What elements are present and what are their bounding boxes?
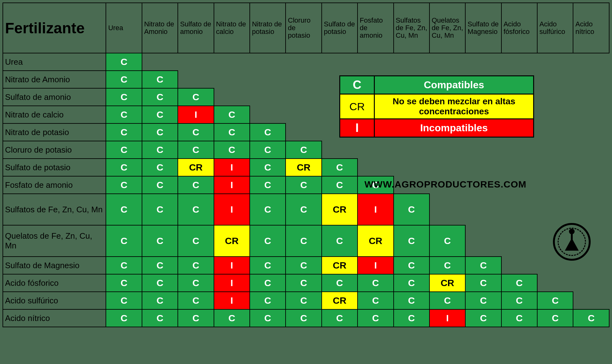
cell-6-1: C: [142, 159, 178, 176]
cell-13-8: C: [394, 309, 429, 327]
cell-blank: [537, 88, 573, 106]
cell-13-13: C: [573, 309, 609, 327]
col-head-0: Urea: [106, 3, 142, 53]
cell-12-8: C: [394, 292, 429, 309]
cell-9-7: CR: [358, 225, 393, 257]
row-head-0: Urea: [3, 53, 106, 71]
cell-blank: [429, 159, 465, 176]
cell-blank: [573, 106, 609, 123]
cell-3-0: C: [106, 106, 142, 123]
cell-13-9: I: [429, 309, 465, 327]
cell-blank: [537, 159, 573, 176]
cell-blank: [142, 53, 178, 71]
cell-blank: [178, 53, 214, 71]
cell-11-11: C: [501, 274, 537, 292]
cell-2-2: C: [178, 88, 214, 106]
cell-11-9: CR: [429, 274, 465, 292]
col-head-2: Sulfato de amonio: [178, 3, 214, 53]
cell-13-2: C: [178, 309, 214, 327]
cell-blank: [537, 194, 573, 225]
legend-code-i: I: [340, 119, 374, 137]
legend-text-cr: No se deben mezclar en altas concentraci…: [374, 94, 534, 119]
cell-5-1: C: [142, 141, 178, 159]
cell-12-1: C: [142, 292, 178, 309]
cell-13-12: C: [537, 309, 573, 327]
col-head-5: Cloruro de potasio: [286, 3, 321, 53]
table-row: Sulfato de potasioCCCRICCRC: [3, 159, 609, 176]
cell-blank: [501, 257, 537, 274]
cell-13-6: C: [322, 309, 358, 327]
cell-blank: [250, 53, 286, 71]
cell-blank: [537, 274, 573, 292]
cell-9-2: C: [178, 225, 214, 257]
cell-4-2: C: [178, 123, 214, 141]
cell-9-4: C: [250, 225, 286, 257]
cell-12-5: C: [286, 292, 321, 309]
cell-blank: [394, 53, 429, 71]
cell-10-3: I: [214, 257, 250, 274]
logo-icon: [553, 223, 591, 261]
cell-blank: [394, 159, 429, 176]
table-title: Fertilizante: [3, 3, 106, 53]
cell-blank: [286, 123, 321, 141]
col-head-6: Sulfato de potasio: [322, 3, 358, 53]
cell-5-4: C: [250, 141, 286, 159]
cell-4-4: C: [250, 123, 286, 141]
cell-6-6: C: [322, 159, 358, 176]
cell-3-2: I: [178, 106, 214, 123]
cell-blank: [573, 274, 609, 292]
cell-11-5: C: [286, 274, 321, 292]
cell-13-3: C: [214, 309, 250, 327]
row-head-13: Acido nítrico: [3, 309, 106, 327]
table-row: Cloruro de potasioCCCCCC: [3, 141, 609, 159]
cell-9-6: C: [322, 225, 358, 257]
cell-10-1: C: [142, 257, 178, 274]
table-row: Sulfato de MagnesioCCCICCCRICCC: [3, 257, 609, 274]
cell-6-3: I: [214, 159, 250, 176]
cell-11-7: C: [358, 274, 393, 292]
legend-code-c: C: [340, 76, 374, 94]
cell-blank: [286, 53, 321, 71]
cell-11-10: C: [465, 274, 501, 292]
cell-blank: [394, 141, 429, 159]
cell-blank: [573, 159, 609, 176]
cell-blank: [501, 141, 537, 159]
cell-7-0: C: [106, 176, 142, 194]
row-head-11: Acido fósforico: [3, 274, 106, 292]
cell-5-5: C: [286, 141, 321, 159]
legend-code-cr: CR: [340, 94, 374, 119]
cell-7-2: C: [178, 176, 214, 194]
cell-6-2: CR: [178, 159, 214, 176]
cell-blank: [429, 194, 465, 225]
col-head-12: Acido sulfúrico: [537, 3, 573, 53]
cell-blank: [537, 141, 573, 159]
cell-3-1: C: [142, 106, 178, 123]
legend-box: C Compatibles CR No se deben mezclar en …: [339, 75, 534, 138]
cell-6-0: C: [106, 159, 142, 176]
cell-10-2: C: [178, 257, 214, 274]
row-head-9: Quelatos de Fe, Zn, Cu, Mn: [3, 225, 106, 257]
cell-blank: [573, 176, 609, 194]
compatibility-table: Fertilizante UreaNitrato de AmonioSulfat…: [3, 3, 609, 327]
row-head-1: Nitrato de Amonio: [3, 71, 106, 88]
cell-9-9: C: [429, 225, 465, 257]
cell-11-4: C: [250, 274, 286, 292]
legend-text-c: Compatibles: [374, 76, 534, 94]
cell-12-12: C: [537, 292, 573, 309]
col-head-8: Sulfatos de Fe, Zn, Cu, Mn: [394, 3, 429, 53]
cell-13-10: C: [465, 309, 501, 327]
cell-blank: [465, 194, 501, 225]
cell-11-6: C: [322, 274, 358, 292]
cell-blank: [358, 159, 393, 176]
cell-10-8: C: [394, 257, 429, 274]
cell-blank: [573, 141, 609, 159]
cell-5-0: C: [106, 141, 142, 159]
cell-blank: [465, 53, 501, 71]
cell-9-0: C: [106, 225, 142, 257]
cell-blank: [465, 141, 501, 159]
table-row: Sulfatos de Fe, Zn, Cu, MnCCCICCCRIC: [3, 194, 609, 225]
cell-blank: [573, 71, 609, 88]
row-head-5: Cloruro de potasio: [3, 141, 106, 159]
cell-blank: [429, 53, 465, 71]
cell-blank: [573, 88, 609, 106]
